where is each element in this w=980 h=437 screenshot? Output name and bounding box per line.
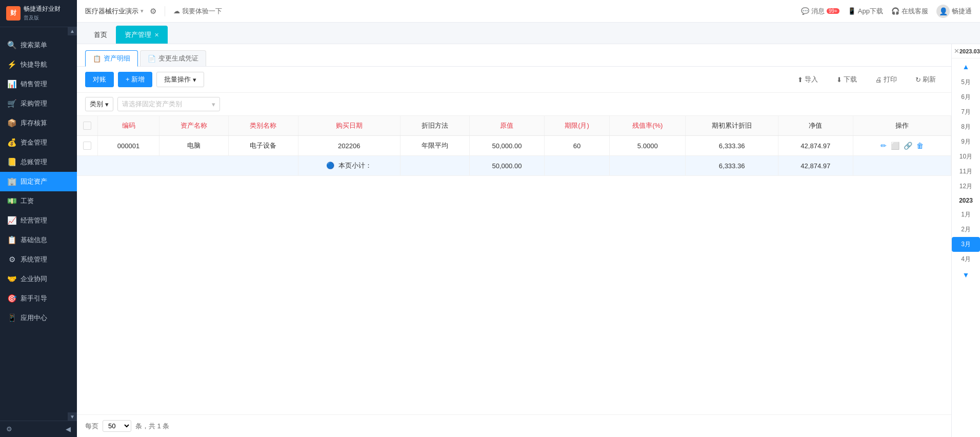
sidebar-item-app-center[interactable]: 📱 应用中心 — [0, 308, 77, 328]
print-label: 打印 — [884, 75, 897, 84]
link-icon[interactable]: 🔗 — [904, 142, 912, 150]
sidebar-item-fixed-assets[interactable]: 🏢 固定资产 — [0, 172, 77, 191]
td-purchase-date: 202206 — [298, 136, 401, 156]
sidebar-menu: 🔍 搜索菜单 ⚡ 快捷导航 📊 销售管理 🛒 采购管理 📦 库存核算 💰 资金管… — [0, 35, 77, 412]
avatar: 👤 — [936, 5, 950, 18]
settings-icon[interactable]: ⚙ — [6, 425, 12, 433]
month-2[interactable]: 2月 — [952, 222, 980, 237]
tab-close-icon[interactable]: ✕ — [154, 32, 159, 38]
scroll-up-btn[interactable]: ▲ — [68, 27, 77, 35]
action-icons: ✏ ⬜ 🔗 🗑 — [859, 142, 945, 150]
tab-asset-mgmt[interactable]: 资产管理 ✕ — [116, 26, 168, 44]
batch-btn[interactable]: 批量操作 ▾ — [156, 72, 204, 87]
header-checkbox[interactable] — [83, 122, 91, 130]
sidebar-item-ledger[interactable]: 📒 总账管理 — [0, 152, 77, 172]
month-9[interactable]: 9月 — [952, 134, 980, 149]
import-btn[interactable]: ⬆ 导入 — [790, 72, 825, 87]
sub-tab-asset-list[interactable]: 📋 资产明细 — [85, 50, 138, 67]
print-btn[interactable]: 🖨 打印 — [868, 72, 904, 87]
category-label: 类别 — [90, 100, 103, 109]
month-12[interactable]: 12月 — [952, 179, 980, 194]
td-category: 电子设备 — [229, 136, 298, 156]
panel-scroll-down[interactable]: ▼ — [952, 267, 980, 283]
batch-arrow-icon: ▾ — [193, 76, 196, 84]
refresh-label: 刷新 — [923, 75, 936, 84]
feedback-btn[interactable]: ☁ 我要体验一下 — [173, 7, 222, 16]
th-code-label: 编码 — [122, 122, 135, 129]
th-category-label: 类别名称 — [250, 122, 276, 129]
subtotal-icon: 🔵 — [326, 162, 334, 169]
category-select[interactable]: 类别 ▾ — [85, 97, 113, 111]
month-1[interactable]: 1月 — [952, 207, 980, 222]
right-panel-header: ✕ 2023.03 ⤢ — [952, 44, 980, 58]
sidebar-item-label: 固定资产 — [21, 177, 47, 186]
reconcile-btn[interactable]: 对账 — [85, 72, 114, 87]
th-residual-rate-label: 残值率(%) — [632, 122, 663, 129]
subtotal-empty — [77, 156, 298, 176]
sidebar-item-sales[interactable]: 📊 销售管理 — [0, 74, 77, 94]
new-btn[interactable]: + 新增 — [118, 72, 152, 87]
sidebar-item-operations[interactable]: 📈 经营管理 — [0, 211, 77, 230]
subtotal-original-val: 50,000.00 — [492, 162, 522, 170]
sidebar-item-label: 资金管理 — [21, 138, 47, 147]
month-3-current[interactable]: 3月 — [952, 237, 980, 252]
collapse-icon[interactable]: ◀ — [66, 425, 71, 433]
user-menu[interactable]: 👤 畅捷通 — [936, 5, 972, 18]
sidebar-item-basic-info[interactable]: 📋 基础信息 — [0, 230, 77, 250]
online-service-btn[interactable]: 🎧 在线客服 — [891, 7, 928, 16]
category-input[interactable]: 请选择固定资产类别 ▾ — [117, 97, 220, 111]
th-operations: 操作 — [853, 116, 951, 136]
month-10[interactable]: 10月 — [952, 149, 980, 164]
month-11[interactable]: 11月 — [952, 164, 980, 179]
message-btn[interactable]: 💬 消息 99+ — [801, 7, 839, 16]
company-dropdown-arrow: ▾ — [141, 8, 144, 14]
main-content: 📋 资产明细 📄 变更生成凭证 对账 + 新增 批量操作 ▾ — [77, 44, 951, 437]
company-name: 医疗器械行业演示 — [85, 7, 138, 16]
sidebar-item-purchase[interactable]: 🛒 采购管理 — [0, 94, 77, 113]
sidebar-item-inventory[interactable]: 📦 库存核算 — [0, 113, 77, 133]
panel-up-arrow[interactable]: ▲ — [961, 61, 972, 73]
feedback-label: 我要体验一下 — [182, 7, 222, 16]
sidebar-item-guide[interactable]: 🎯 新手引导 — [0, 289, 77, 308]
row-checkbox[interactable] — [83, 142, 91, 150]
td-name: 电脑 — [159, 136, 229, 156]
sidebar-item-search[interactable]: 🔍 搜索菜单 — [0, 35, 77, 55]
content-area: 📋 资产明细 📄 变更生成凭证 对账 + 新增 批量操作 ▾ — [77, 44, 980, 437]
message-icon: 💬 — [801, 7, 809, 15]
tab-home[interactable]: 首页 — [85, 26, 116, 44]
sidebar-item-quick-nav[interactable]: ⚡ 快捷导航 — [0, 55, 77, 74]
download-label: 下载 — [844, 75, 857, 84]
panel-close-icon[interactable]: ✕ — [954, 47, 959, 55]
copy-icon[interactable]: ⬜ — [891, 142, 899, 150]
th-purchase-date-label: 购买日期 — [336, 122, 363, 129]
month-7[interactable]: 7月 — [952, 105, 980, 120]
sidebar-item-enterprise[interactable]: 🤝 企业协同 — [0, 269, 77, 289]
per-page-select[interactable]: 50 10 20 100 — [103, 420, 131, 432]
sidebar-item-capital[interactable]: 💰 资金管理 — [0, 133, 77, 152]
refresh-btn[interactable]: ↻ 刷新 — [908, 72, 943, 87]
month-6[interactable]: 6月 — [952, 90, 980, 105]
message-badge: 99+ — [827, 8, 839, 14]
sub-tab-voucher[interactable]: 📄 变更生成凭证 — [140, 50, 206, 66]
month-5[interactable]: 5月 — [952, 75, 980, 90]
refresh-icon: ↻ — [915, 76, 921, 84]
new-label: + 新增 — [126, 75, 145, 84]
delete-icon[interactable]: 🗑 — [916, 142, 924, 150]
month-4[interactable]: 4月 — [952, 252, 980, 267]
td-residual-rate: 5.0000 — [610, 136, 686, 156]
company-settings-icon[interactable]: ⚙ — [150, 7, 156, 16]
sidebar-item-system[interactable]: ⚙ 系统管理 — [0, 250, 77, 269]
scroll-down-btn[interactable]: ▼ — [68, 412, 77, 421]
download-btn[interactable]: ⬇ 下载 — [829, 72, 864, 87]
tabbar: 首页 资产管理 ✕ — [77, 23, 980, 44]
panel-scroll-up[interactable]: ▲ — [952, 58, 980, 75]
sales-icon: 📊 — [7, 80, 16, 89]
edit-icon[interactable]: ✏ — [881, 142, 887, 150]
app-download-btn[interactable]: 📱 App下载 — [848, 7, 883, 16]
reconcile-label: 对账 — [93, 75, 106, 84]
month-8[interactable]: 8月 — [952, 120, 980, 134]
row-original-value: 50,000.00 — [492, 142, 522, 150]
sidebar-item-salary[interactable]: 💵 工资 — [0, 191, 77, 211]
panel-down-arrow[interactable]: ▼ — [961, 269, 972, 281]
company-selector[interactable]: 医疗器械行业演示 ▾ — [85, 7, 144, 16]
